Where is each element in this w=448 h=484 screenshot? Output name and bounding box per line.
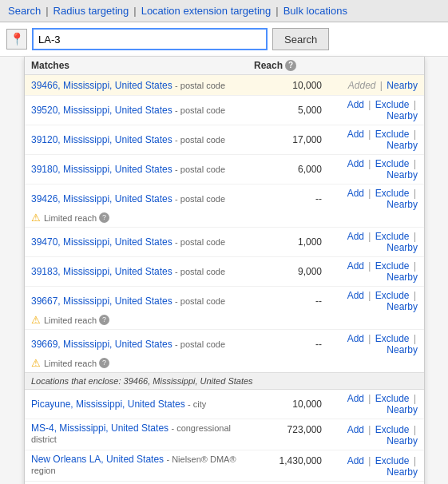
exclude-link[interactable]: Exclude [375,158,410,169]
location-link[interactable]: New Orleans LA, United States [31,454,164,465]
add-link[interactable]: Add [347,290,364,301]
location-type: - postal code [175,165,225,174]
location-link[interactable]: Picayune, Mississippi, United States [31,399,185,410]
row-actions: Add | Exclude | Nearby [322,129,418,151]
reach-value: 10,000 [254,80,322,91]
nearby-link[interactable]: Nearby [387,435,418,446]
warning-help-icon[interactable]: ? [99,315,109,325]
nearby-link[interactable]: Nearby [387,466,418,478]
sep2: | [414,260,416,272]
nearby-link[interactable]: Nearby [387,110,418,121]
add-link[interactable]: Add [347,188,364,199]
location-name: 39466, Mississippi, United States - post… [31,80,254,91]
sep2: | [414,393,416,404]
sep2: | [414,188,416,199]
table-row: 39426, Mississippi, United States - post… [25,184,424,212]
sep1: | [368,99,371,110]
add-link[interactable]: Add [347,231,364,242]
reach-value: -- [254,193,322,204]
warning-text: Limited reach [44,315,97,325]
search-button[interactable]: Search [272,28,329,50]
location-link[interactable]: 39120, Mississippi, United States [31,134,172,145]
add-link[interactable]: Add [347,455,364,466]
add-link[interactable]: Add [347,424,364,435]
sep2: | [414,99,416,110]
add-link[interactable]: Add [347,333,364,344]
sep1: | [368,158,371,169]
row-actions: Add | Exclude | Nearby [322,290,418,312]
nearby-link[interactable]: Nearby [387,169,418,181]
exclude-link[interactable]: Exclude [375,188,410,199]
table-row: 39180, Mississippi, United States - post… [25,155,424,184]
location-link[interactable]: 39466, Mississippi, United States [31,80,172,91]
add-link[interactable]: Add [347,158,364,169]
nearby-link[interactable]: Nearby [387,404,418,415]
nearby-link[interactable]: Nearby [387,140,418,151]
location-link[interactable]: 39426, Mississippi, United States [31,193,172,204]
location-link[interactable]: 39470, Mississippi, United States [31,236,172,248]
nav-bulk[interactable]: Bulk locations [283,5,347,17]
exclude-link[interactable]: Exclude [375,231,410,242]
nearby-link[interactable]: Nearby [387,301,418,312]
search-bar: 📍 Search [0,22,448,57]
location-link[interactable]: 39180, Mississippi, United States [31,164,172,175]
warning-help-icon[interactable]: ? [99,358,109,368]
sep2: | [414,333,416,344]
exclude-link[interactable]: Exclude [375,99,410,110]
nav-location-ext[interactable]: Location extension targeting [141,5,272,17]
action-sep: | [380,80,383,91]
nav-sep-1: | [46,5,48,17]
nav-sep-2: | [133,5,136,17]
add-link[interactable]: Add [347,129,364,140]
exclude-link[interactable]: Exclude [375,393,410,404]
add-link[interactable]: Add [347,393,364,404]
search-input[interactable] [32,28,268,50]
top-nav: Search | Radius targeting | Location ext… [0,0,448,22]
location-link[interactable]: MS-4, Mississippi, United States [31,423,168,434]
reach-value: 5,000 [254,105,322,116]
table-row: 39669, Mississippi, United States - post… [25,330,424,357]
exclude-link[interactable]: Exclude [375,260,410,272]
reach-value: 723,000 [254,423,322,435]
exclude-link[interactable]: Exclude [375,129,410,140]
row-actions: Add | Exclude | Nearby [322,333,418,355]
location-type: - postal code [175,267,225,276]
location-link[interactable]: 39667, Mississippi, United States [31,296,172,307]
location-link[interactable]: 39669, Mississippi, United States [31,339,172,350]
nav-sep-3: | [276,5,278,17]
nav-radius[interactable]: Radius targeting [54,5,129,17]
table-row: New Orleans LA, United States - Nielsen®… [25,450,424,482]
add-link[interactable]: Add [347,260,364,272]
location-type: - postal code [175,105,225,115]
col-reach-label: Reach ? [254,60,322,71]
nearby-link[interactable]: Nearby [387,272,418,283]
location-link[interactable]: 39520, Mississippi, United States [31,105,172,116]
warning-help-icon[interactable]: ? [99,212,109,223]
nearby-link[interactable]: Nearby [387,344,418,355]
location-name: 39120, Mississippi, United States - post… [31,134,254,145]
table-row: MS-4, Mississippi, United States - congr… [25,419,424,450]
table-row: 39183, Mississippi, United States - post… [25,257,424,287]
table-row: 39466, Mississippi, United States - post… [25,75,424,96]
sep2: | [414,158,416,169]
nearby-link[interactable]: Nearby [387,242,418,253]
nav-search[interactable]: Search [8,5,41,17]
location-name: 39667, Mississippi, United States - post… [31,296,254,307]
exclude-link[interactable]: Exclude [375,333,410,344]
add-link[interactable]: Add [347,99,364,110]
warning-row: ⚠ Limited reach ? [25,212,424,228]
location-type: - postal code [175,296,225,306]
exclude-link[interactable]: Exclude [375,455,410,466]
location-link[interactable]: 39183, Mississippi, United States [31,266,172,277]
nearby-link[interactable]: Nearby [387,80,418,91]
sep2: | [414,455,416,466]
results-dropdown: Matches Reach ? 39466, Mississippi, Unit… [24,57,425,484]
location-name: MS-4, Mississippi, United States - congr… [31,423,254,445]
exclude-link[interactable]: Exclude [375,424,410,435]
row-actions: Add | Exclude | Nearby [322,188,418,210]
location-type: - postal code [175,135,225,145]
exclude-link[interactable]: Exclude [375,290,410,301]
nearby-link[interactable]: Nearby [387,199,418,210]
reach-help-icon[interactable]: ? [285,60,296,71]
warning-row: ⚠ Limited reach ? [25,314,424,330]
